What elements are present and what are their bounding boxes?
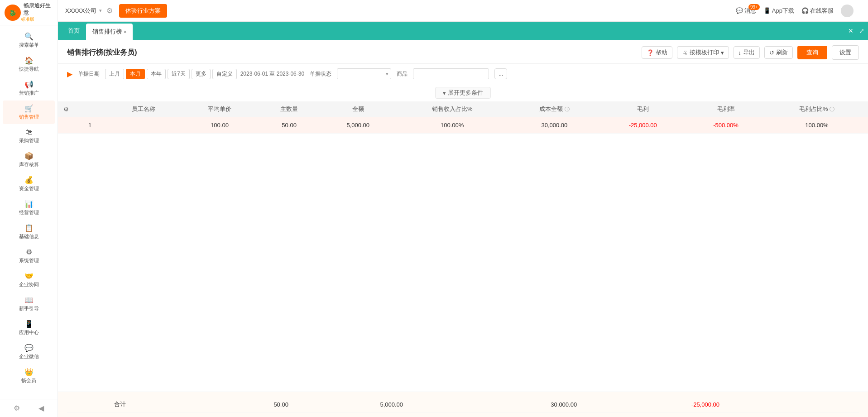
filter-row: ▶ 单据日期 上月 本月 本年 近7天 更多 自定义 2023-06-01 至 … [67,68,859,79]
marketing-icon: 📢 [24,80,34,89]
date-label: 单据日期 [78,70,100,78]
date-custom[interactable]: 自定义 [212,69,237,79]
date-7days[interactable]: 近7天 [168,69,190,79]
sidebar-nav: 🔍 搜索菜单 🏠 快捷导航 📢 营销推广 🛒 销售管理 🛍 采购管理 📦 库存核… [0,25,58,399]
sidebar-item-sales[interactable]: 🛒 销售管理 [3,101,55,124]
row-profit: -25,000.00 [600,117,686,134]
sidebar-item-guide[interactable]: 📖 新手引导 [3,292,55,316]
expand-more-btn[interactable]: ▾ 展开更多条件 [435,87,491,99]
trial-button[interactable]: 体验行业方案 [119,4,167,18]
message-badge: 99+ [748,4,760,10]
export-button[interactable]: ↓ 导出 [734,46,760,59]
print-icon: 🖨 [682,49,688,56]
page-header: 销售排行榜(按业务员) ❓ 帮助 🖨 按模板打印 ▾ ↓ 导出 ↺ 刷新 [58,40,868,64]
row-name [106,117,182,134]
table-row: 1 100.00 50.00 5,000.00 100.00% 30,000.0… [58,117,868,134]
sidebar-item-shortcut[interactable]: 🏠 快捷导航 [3,53,55,76]
goods-input[interactable] [413,68,489,79]
tabbar-close-icon[interactable]: ✕ [848,27,854,34]
sidebar-item-label-wechat: 企业微信 [19,353,39,360]
sidebar-item-system[interactable]: ⚙ 系统管理 [3,244,55,268]
app-download-button[interactable]: 📱 App下载 [763,7,794,15]
sidebar-item-label-search: 搜索菜单 [19,42,39,48]
status-select[interactable] [337,68,391,79]
message-button[interactable]: 💬 消息 99+ [736,7,756,15]
message-icon: 💬 [736,7,743,14]
goods-more-btn[interactable]: ... [494,68,507,79]
sidebar-item-label-purchase: 采购管理 [19,137,39,144]
online-service-button[interactable]: 🎧 在线客服 [801,7,834,15]
footer-profit-rate [778,397,818,412]
company-selector[interactable]: XXXXX公司 ▾ [65,7,102,15]
date-last-month[interactable]: 上月 [105,69,124,79]
logo-text: 畅康通好生意 [24,2,53,16]
avatar[interactable] [841,5,854,17]
expand-down-icon: ▾ [443,90,446,96]
page-title: 销售排行榜(按业务员) [67,48,642,58]
sidebar-item-label-operations: 经营管理 [19,209,39,216]
tab-sales-rank[interactable]: 销售排行榜 × [86,24,133,40]
sidebar-item-apps[interactable]: 📱 应用中心 [3,316,55,340]
sidebar-item-wechat[interactable]: 💬 企业微信 [3,340,55,364]
sidebar: 🐉 畅康通好生意 标准版 🔍 搜索菜单 🏠 快捷导航 📢 营销推广 🛒 销售管理… [0,0,58,417]
logo-sub: 标准版 [21,16,53,23]
profit-pct-info-icon[interactable]: ⓘ [830,106,834,112]
row-quantity: 50.00 [258,117,321,134]
sidebar-settings-icon[interactable]: ⚙ [14,404,20,412]
row-sales-pct: 100.00% [395,117,509,134]
help-button[interactable]: ❓ 帮助 [642,46,672,59]
sidebar-item-collab[interactable]: 🤝 企业协同 [3,268,55,292]
sidebar-item-label-inventory: 库存核算 [19,161,39,168]
basic-icon: 📋 [24,224,34,232]
sidebar-item-search[interactable]: 🔍 搜索菜单 [3,29,55,52]
footer-avg-price [193,397,233,412]
row-profit-pct: 100.00% [766,117,868,134]
goods-label: 商品 [397,70,408,78]
table-header-row: ⚙ 员工名称 平均单价 主数量 全额 销售收入占比% 成本全额 ⓘ 毛利 毛利率… [58,101,868,117]
cost-info-icon[interactable]: ⓘ [565,106,570,112]
tab-close-icon[interactable]: × [124,29,126,34]
data-table: ⚙ 员工名称 平均单价 主数量 全额 销售收入占比% 成本全额 ⓘ 毛利 毛利率… [58,101,868,134]
col-name: 员工名称 [106,101,182,117]
sidebar-item-label-member: 畅会员 [21,377,36,384]
filter-toggle-icon[interactable]: ▶ [67,70,72,78]
sidebar-item-member[interactable]: 👑 畅会员 [3,364,55,388]
sales-icon: 🛒 [24,104,34,113]
sidebar-item-basic[interactable]: 📋 基础信息 [3,220,55,244]
date-group: 上月 本月 本年 近7天 更多 自定义 2023-06-01 至 2023-06… [105,69,304,79]
col-profit-rate: 毛利率 [686,101,766,117]
shortcut-icon: 🏠 [24,56,34,65]
footer-cost: 30,000.00 [495,397,633,412]
row-cost: 30,000.00 [509,117,599,134]
sidebar-collapse-icon[interactable]: ◀ [38,404,44,412]
app-icon: 📱 [763,7,771,14]
footer-profit: -25,000.00 [633,397,778,412]
col-sales-pct: 销售收入占比% [395,101,509,117]
guide-icon: 📖 [24,296,34,304]
date-this-month[interactable]: 本月 [126,69,145,79]
sidebar-item-marketing[interactable]: 📢 营销推广 [3,77,55,100]
sidebar-item-purchase[interactable]: 🛍 采购管理 [3,125,55,148]
topbar-right: 💬 消息 99+ 📱 App下载 🎧 在线客服 [736,5,861,17]
date-this-year[interactable]: 本年 [147,69,166,79]
sidebar-item-label-system: 系统管理 [19,257,39,264]
settings-button[interactable]: 设置 [832,45,859,60]
sidebar-item-label-marketing: 营销推广 [19,90,39,96]
query-button[interactable]: 查询 [797,46,827,59]
col-rank [74,101,106,117]
print-button[interactable]: 🖨 按模板打印 ▾ [677,46,729,59]
refresh-button[interactable]: ↺ 刷新 [764,46,793,59]
date-more[interactable]: 更多 [192,69,211,79]
sidebar-item-finance[interactable]: 💰 资金管理 [3,172,55,196]
sidebar-item-operations[interactable]: 📊 经营管理 [3,196,55,220]
col-settings[interactable]: ⚙ [58,101,74,117]
sidebar-item-label-guide: 新手引导 [19,305,39,312]
sidebar-item-inventory[interactable]: 📦 库存核算 [3,148,55,172]
col-cost: 成本全额 ⓘ [509,101,599,117]
topbar-settings-icon[interactable]: ⚙ [106,6,113,15]
tab-home[interactable]: 首页 [62,22,86,40]
apps-icon: 📱 [24,320,34,328]
col-amount: 全额 [321,101,395,117]
sidebar-item-label-finance: 资金管理 [19,185,39,192]
tabbar-expand-icon[interactable]: ⤢ [859,27,864,34]
